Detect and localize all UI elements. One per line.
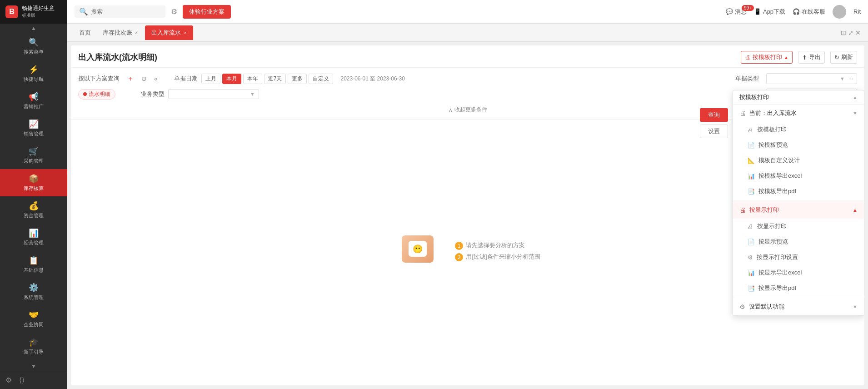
right-action-buttons: 查询 设置: [700, 108, 728, 138]
filter-label: 按以下方案查询: [78, 75, 120, 83]
dp-template-custom-item[interactable]: 📐 模板自定义设计: [733, 153, 864, 168]
service-button[interactable]: 🎧 在线客服: [793, 8, 825, 16]
filter-add-icon[interactable]: ＋: [127, 74, 134, 84]
dp-template-preview-label: 按模板预览: [758, 141, 788, 149]
filter-settings-icon[interactable]: ⊙: [141, 75, 147, 82]
filter-row-1: 按以下方案查询 ＋ ⊙ « 单据日期 上月 本月 本年 近7天 更多 自定义 2…: [78, 73, 857, 84]
dp-display-excel-item[interactable]: 📊 按显示导出excel: [733, 265, 864, 280]
logo-name: 畅捷通好生意: [22, 5, 55, 12]
sidebar-item-purchase[interactable]: 🛒 采购管理: [0, 142, 67, 169]
dp-display-pdf-item[interactable]: 📑 按显示导出pdf: [733, 280, 864, 296]
sales-label: 销售管理: [24, 130, 44, 137]
settings-icon[interactable]: ⚙: [5, 376, 12, 384]
dp-display-pdf-label: 按显示导出pdf: [758, 284, 796, 292]
sidebar-item-search-menu[interactable]: 🔍 搜索菜单: [0, 33, 67, 60]
message-button[interactable]: 💬 消息 99+: [726, 8, 747, 16]
flow-tab-close[interactable]: ×: [184, 30, 186, 35]
dp-template-custom-label: 模板自定义设计: [758, 156, 800, 165]
collapse-up-icon: ∧: [449, 107, 453, 113]
date-last-7[interactable]: 近7天: [264, 74, 286, 84]
doc-type-select[interactable]: ▼ ···: [766, 73, 857, 84]
sidebar-item-finance[interactable]: 💰 资金管理: [0, 196, 67, 224]
dp-template-print-label: 按模板打印: [757, 125, 787, 134]
sidebar-item-sales[interactable]: 📈 销售管理: [0, 115, 67, 142]
finance-label: 资金管理: [24, 212, 44, 219]
dp-template-preview-item[interactable]: 📄 按模板预览: [733, 137, 864, 153]
trial-button[interactable]: 体验行业方案: [183, 5, 231, 19]
dp-display-excel-label: 按显示导出excel: [758, 269, 802, 277]
date-last-month[interactable]: 上月: [201, 74, 220, 84]
print-icon: 🖨: [745, 54, 751, 61]
header-search-box[interactable]: 🔍: [75, 5, 165, 18]
date-this-month[interactable]: 本月: [222, 74, 241, 84]
tab-home[interactable]: 首页: [75, 25, 95, 40]
print-template-label: 按模板打印: [753, 53, 782, 61]
collapse-button[interactable]: ∧ 收起更多条件: [449, 106, 487, 114]
sidebar-item-system[interactable]: ⚙️ 系统管理: [0, 278, 67, 305]
sidebar-item-guide[interactable]: 🎓 新手引导: [0, 333, 67, 360]
sidebar-item-quick-nav[interactable]: ⚡ 快捷导航: [0, 60, 67, 87]
tab-batch-account[interactable]: 库存批次账 ×: [96, 25, 144, 40]
tab-flow[interactable]: 出入库流水 ×: [145, 25, 193, 40]
search-menu-label: 搜索菜单: [24, 49, 44, 55]
dp-set-default-label: 设置默认功能: [749, 303, 784, 311]
dp-display-print-header[interactable]: 🖨 按显示打印 ▲: [733, 201, 864, 219]
print-dropdown-panel: 按模板打印 ▲ 🖨 当前：出入库流水 ▼ 🖨 按模板打印 📄 按模板预览 📐: [733, 90, 864, 316]
dp-template-label: 当前：出入库流水: [749, 109, 797, 117]
refresh-label: 刷新: [841, 53, 853, 61]
dp-set-default-header[interactable]: ⚙ 设置默认功能 ▼: [733, 298, 864, 315]
sidebar-item-basic-info[interactable]: 📋 基础信息: [0, 251, 67, 278]
doc-type-chevron-icon: ▼: [840, 76, 845, 81]
dp-display-settings-item[interactable]: ⚙ 按显示打印设置: [733, 249, 864, 265]
date-label: 单据日期: [174, 75, 198, 83]
dp-item-settings-icon: ⚙: [748, 254, 753, 261]
date-more[interactable]: 更多: [288, 74, 307, 84]
dp-template-print-header[interactable]: 🖨 当前：出入库流水 ▼: [733, 105, 864, 122]
dp-display-preview-item[interactable]: 📄 按显示预览: [733, 234, 864, 249]
dp-display-print-item[interactable]: 🖨 按显示打印: [733, 219, 864, 234]
dp-print-icon-1: 🖨: [739, 110, 746, 117]
doc-type-more-icon: ···: [848, 75, 853, 82]
empty-hints: 1 请先选择要分析的方案 2 用[过滤]条件来缩小分析范围: [455, 241, 540, 264]
dp-template-pdf-item[interactable]: 📑 按模板导出pdf: [733, 184, 864, 199]
date-custom[interactable]: 自定义: [309, 74, 333, 84]
date-this-year[interactable]: 本年: [243, 74, 262, 84]
dp-template-excel-item[interactable]: 📊 按模板导出excel: [733, 168, 864, 184]
sidebar-logo: B 畅捷通好生意 标准版: [0, 0, 67, 24]
export-button[interactable]: ⬆ 导出: [798, 51, 825, 64]
active-filter-tag[interactable]: 流水明细: [78, 89, 115, 100]
dp-item-pdf-icon-2: 📑: [748, 285, 755, 292]
refresh-button[interactable]: ↻ 刷新: [830, 51, 857, 64]
dp-item-excel-icon-1: 📊: [748, 173, 755, 180]
dp-template-print-item[interactable]: 🖨 按模板打印: [733, 122, 864, 137]
sidebar-item-marketing[interactable]: 📢 营销推广: [0, 87, 67, 115]
dp-display-print-label: 按显示打印: [757, 222, 787, 230]
biz-type-select[interactable]: ▼: [168, 89, 259, 99]
date-buttons: 上月 本月 本年 近7天 更多 自定义: [201, 74, 334, 84]
search-input[interactable]: [91, 8, 150, 15]
dp-scroll-up-icon[interactable]: ▲: [853, 95, 858, 100]
sidebar-item-cooperation[interactable]: 🤝 企业协同: [0, 305, 67, 333]
sidebar-scroll-up[interactable]: ▲: [0, 24, 67, 33]
gear-icon[interactable]: ⚙: [171, 7, 177, 16]
sidebar-item-inventory[interactable]: 📦 库存核算: [0, 169, 67, 196]
header-right: 💬 消息 99+ 📱 App下载 🎧 在线客服 Rit: [726, 5, 861, 19]
settings-button[interactable]: 设置: [700, 125, 728, 138]
app-download-button[interactable]: 📱 App下载: [754, 8, 785, 16]
dp-item-preview-icon-2: 📄: [748, 239, 755, 245]
sidebar-item-app-center[interactable]: 🔲 应用中心: [0, 360, 67, 362]
print-template-button[interactable]: 🖨 按模板打印 ▲: [741, 51, 793, 64]
avatar[interactable]: [833, 5, 846, 19]
tab-expand-icon[interactable]: ⤢: [848, 29, 853, 36]
batch-tab-close[interactable]: ×: [135, 30, 138, 35]
expand-icon[interactable]: ⟨⟩: [19, 376, 25, 384]
query-button[interactable]: 查询: [700, 108, 728, 122]
sidebar-scroll-down[interactable]: ▼: [0, 362, 67, 371]
tab-minimize-icon[interactable]: ⊡: [841, 29, 846, 36]
filter-collapse-icon[interactable]: «: [154, 75, 158, 82]
tab-close-all-icon[interactable]: ✕: [855, 29, 861, 36]
quick-nav-icon: ⚡: [29, 65, 39, 75]
empty-illustration: 😶: [395, 231, 440, 267]
sidebar-item-operation[interactable]: 📊 经营管理: [0, 224, 67, 251]
username-label[interactable]: Rit: [853, 8, 861, 15]
